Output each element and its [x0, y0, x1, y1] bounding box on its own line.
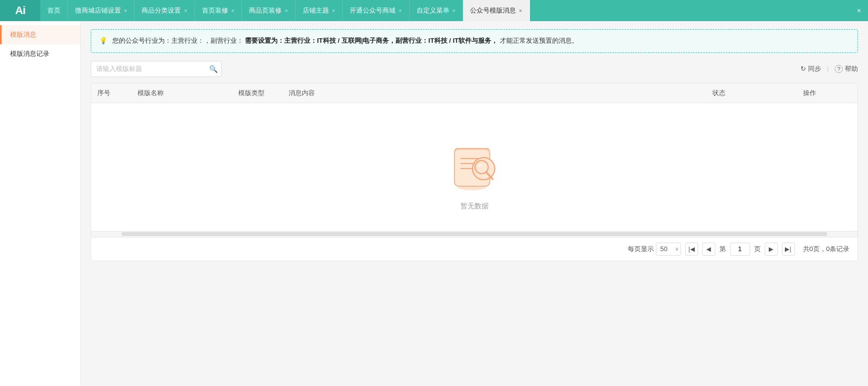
empty-state: 暂无数据	[91, 103, 857, 231]
nav-tabs: 首页微商城店铺设置×商品分类设置×首页装修×商品页装修×店铺主题×开通公众号商城…	[40, 0, 850, 21]
page-size-value[interactable]: 50	[656, 243, 681, 256]
search-icon[interactable]: 🔍	[209, 65, 218, 73]
close-tab-category-settings-button[interactable]: ×	[184, 8, 187, 14]
sync-label: 同步	[808, 64, 821, 73]
nav-tab-custom-menu[interactable]: 自定义菜单×	[410, 0, 463, 21]
search-input-wrap: 🔍	[91, 61, 222, 77]
nav-tab-home[interactable]: 首页	[40, 0, 68, 21]
table-header: 序号 模版名称 模版类型 消息内容 状态 操作	[91, 84, 857, 103]
notice-highlight: 需要设置为：主营行业：IT科技 / 互联网|电子商务，副营行业：IT科技 / I…	[245, 37, 498, 44]
help-button[interactable]: ? 帮助	[835, 64, 858, 73]
close-tab-shop-theme-button[interactable]: ×	[332, 8, 335, 14]
nav-tab-product-decor[interactable]: 商品页装修×	[242, 0, 295, 21]
th-content: 消息内容	[283, 84, 706, 103]
empty-text: 暂无数据	[460, 202, 489, 211]
close-tab-homepage-decor-button[interactable]: ×	[231, 8, 234, 14]
notice-box: 💡 您的公众号行业为：主营行业：，副营行业： 需要设置为：主营行业：IT科技 /…	[91, 29, 858, 53]
bulb-icon: 💡	[99, 37, 107, 44]
main-layout: 模版消息模版消息记录 💡 您的公众号行业为：主营行业：，副营行业： 需要设置为：…	[0, 21, 868, 386]
nav-tab-shop-theme[interactable]: 店铺主题×	[296, 0, 343, 21]
sidebar: 模版消息模版消息记录	[0, 21, 81, 386]
page-before-label: 第	[719, 245, 726, 254]
sync-icon: ↻	[800, 65, 806, 72]
total-records-text: 共0页，0条记录	[803, 245, 849, 254]
th-action: 操作	[797, 84, 857, 103]
th-status: 状态	[706, 84, 797, 103]
th-name: 模版名称	[131, 84, 232, 103]
first-page-button[interactable]: |◀	[685, 243, 698, 256]
data-table: 序号 模版名称 模版类型 消息内容 状态 操作	[91, 83, 858, 261]
empty-illustration	[444, 133, 505, 194]
nav-tab-shop-settings[interactable]: 微商城店铺设置×	[68, 0, 135, 21]
close-tab-custom-menu-button[interactable]: ×	[452, 8, 455, 14]
search-bar: 🔍 ↻ 同步 | ? 帮助	[91, 61, 858, 77]
notice-prefix: 您的公众号行业为：主营行业：，副营行业：	[112, 37, 243, 44]
th-index: 序号	[91, 84, 131, 103]
page-size-label: 每页显示	[628, 245, 654, 254]
help-icon: ?	[835, 65, 843, 73]
content-area: 💡 您的公众号行业为：主营行业：，副营行业： 需要设置为：主营行业：IT科技 /…	[81, 21, 868, 386]
top-nav: Ai 首页微商城店铺设置×商品分类设置×首页装修×商品页装修×店铺主题×开通公众…	[0, 0, 868, 21]
svg-point-7	[478, 163, 482, 167]
close-tab-template-msg-button[interactable]: ×	[519, 8, 522, 14]
sync-button[interactable]: ↻ 同步	[800, 64, 821, 73]
prev-page-button[interactable]: ◀	[702, 243, 715, 256]
th-type: 模版类型	[232, 84, 283, 103]
close-tab-shop-settings-button[interactable]: ×	[124, 8, 127, 14]
brand-logo: Ai	[0, 0, 40, 21]
page-size-dropdown[interactable]: 50 ∨	[656, 243, 681, 256]
sidebar-item-template-msg[interactable]: 模版消息	[0, 25, 80, 44]
pagination: 每页显示 50 ∨ |◀ ◀ 第 页 ▶ ▶| 共0页，0条记录	[91, 237, 857, 261]
close-tab-open-mall-button[interactable]: ×	[398, 8, 402, 14]
nav-tab-template-msg[interactable]: 公众号模版消息×	[463, 0, 529, 21]
nav-tab-open-mall[interactable]: 开通公众号商城×	[343, 0, 409, 21]
horizontal-scrollbar[interactable]	[91, 231, 857, 237]
page-size-select: 每页显示 50 ∨	[628, 243, 681, 256]
page-after-label: 页	[754, 245, 761, 254]
last-page-button[interactable]: ▶|	[782, 243, 795, 256]
close-all-tabs-button[interactable]: ×	[850, 0, 868, 21]
next-page-button[interactable]: ▶	[765, 243, 778, 256]
nav-tab-homepage-decor[interactable]: 首页装修×	[195, 0, 242, 21]
toolbar-right: ↻ 同步 | ? 帮助	[800, 64, 858, 73]
close-tab-product-decor-button[interactable]: ×	[285, 8, 288, 14]
nav-tab-category-settings[interactable]: 商品分类设置×	[135, 0, 194, 21]
sidebar-item-template-msg-record[interactable]: 模版消息记录	[0, 44, 80, 63]
help-label: 帮助	[845, 64, 858, 73]
toolbar-divider: |	[827, 65, 829, 72]
search-input[interactable]	[91, 61, 222, 77]
scrollbar-track	[121, 232, 827, 236]
notice-suffix: 才能正常发送预置的消息。	[500, 37, 578, 44]
page-number-input[interactable]	[730, 243, 750, 256]
